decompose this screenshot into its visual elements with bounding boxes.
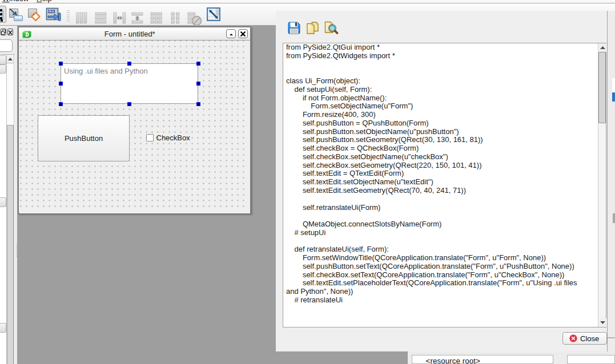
svg-text:123: 123	[47, 9, 55, 14]
